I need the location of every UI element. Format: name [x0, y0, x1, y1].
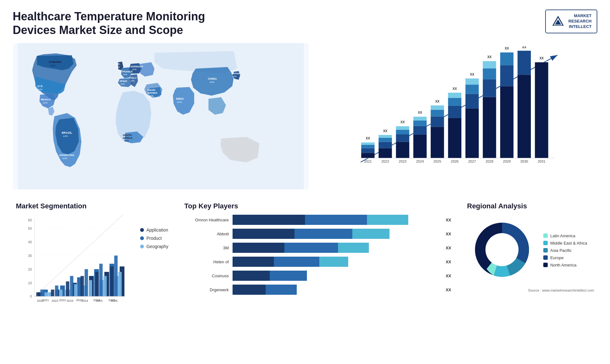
page-header: Healthcare Temperature Monitoring Device… [13, 10, 597, 37]
svg-text:CHINA: CHINA [208, 77, 217, 80]
svg-text:U.K.: U.K. [115, 63, 120, 65]
svg-rect-43 [379, 148, 392, 158]
player-row: Helen of XX [184, 257, 451, 267]
svg-text:xx%: xx% [120, 83, 125, 85]
logo-text: MARKET RESEARCH INTELLECT [568, 13, 592, 30]
svg-text:SPAIN: SPAIN [119, 80, 127, 83]
svg-text:20: 20 [28, 267, 32, 271]
legend-application: Application [140, 227, 168, 233]
bar-seg3 [319, 257, 348, 267]
svg-text:2022: 2022 [51, 299, 58, 303]
svg-text:ARGENTINA: ARGENTINA [59, 154, 74, 157]
svg-rect-39 [361, 148, 375, 153]
bar-seg2 [274, 257, 319, 267]
player-bar [233, 271, 439, 281]
svg-rect-142 [66, 281, 69, 296]
bar-seg1 [233, 257, 274, 267]
svg-rect-139 [51, 290, 54, 296]
player-row: Cosinuss XX [184, 271, 451, 281]
page-title: Healthcare Temperature Monitoring Device… [13, 10, 251, 37]
svg-text:XX: XX [487, 56, 492, 59]
svg-rect-138 [44, 293, 48, 297]
application-label: Application [146, 227, 168, 233]
svg-text:2030: 2030 [520, 160, 528, 164]
svg-text:xx%: xx% [43, 101, 47, 104]
svg-text:XX: XX [539, 57, 544, 60]
svg-rect-152 [114, 256, 118, 297]
europe-dot [543, 255, 548, 260]
svg-rect-85 [535, 62, 548, 158]
player-name: 3M [184, 246, 229, 250]
donut-svg [467, 215, 537, 285]
svg-text:2029: 2029 [503, 160, 511, 164]
svg-text:xx%: xx% [177, 101, 182, 104]
svg-text:xx%: xx% [50, 64, 55, 67]
svg-rect-76 [483, 61, 496, 69]
svg-rect-80 [500, 53, 514, 65]
bar-seg3 [338, 243, 369, 253]
svg-text:U.S.: U.S. [37, 84, 43, 88]
geography-dot [140, 245, 144, 248]
svg-rect-148 [95, 272, 99, 296]
svg-text:MEXICO: MEXICO [41, 98, 51, 101]
svg-rect-65 [448, 98, 462, 106]
bar-seg3 [352, 229, 390, 239]
svg-text:XX: XX [470, 73, 475, 76]
svg-rect-64 [448, 106, 462, 118]
svg-rect-59 [431, 117, 444, 127]
bar-seg1 [233, 243, 284, 253]
players-section: Top Key Players Omron Healthcare XX Abbo… [178, 199, 458, 320]
svg-text:2022: 2022 [59, 299, 66, 302]
bar-seg2 [295, 229, 352, 239]
svg-text:XX: XX [366, 137, 370, 140]
svg-rect-147 [89, 280, 92, 296]
svg-rect-38 [361, 153, 375, 158]
latin-america-label: Latin America [550, 233, 575, 238]
svg-rect-54 [413, 126, 427, 135]
player-row: Abbott XX [184, 229, 451, 239]
svg-rect-140 [55, 286, 58, 296]
svg-text:40: 40 [28, 240, 32, 244]
bar-seg2 [305, 215, 367, 225]
player-name: Abbott [184, 232, 229, 236]
donut-chart [467, 215, 537, 286]
svg-text:2022: 2022 [382, 160, 389, 164]
svg-rect-82 [518, 75, 531, 158]
svg-rect-78 [500, 86, 514, 158]
svg-rect-75 [483, 69, 496, 80]
bottom-row: Market Segmentation 0 10 20 3 [13, 199, 597, 320]
svg-text:60: 60 [28, 219, 32, 222]
logo: MARKET RESEARCH INTELLECT [545, 10, 597, 33]
bar-seg2 [266, 285, 297, 295]
legend-europe: Europe [543, 255, 587, 260]
svg-text:SAUDI: SAUDI [147, 89, 155, 91]
bar-seg1 [233, 271, 270, 281]
segmentation-content: 0 10 20 30 40 50 60 2021 [16, 215, 168, 310]
player-name: Cosinuss [184, 273, 229, 278]
top-row: CANADA xx% U.S. xx% MEXICO xx% BRAZIL xx… [13, 43, 597, 189]
svg-text:FRANCE: FRANCE [122, 70, 133, 73]
asia-pacific-dot [543, 248, 548, 253]
svg-rect-53 [413, 135, 427, 158]
svg-text:xx%: xx% [232, 75, 236, 78]
svg-rect-66 [448, 93, 462, 98]
legend-latin-america: Latin America [543, 233, 587, 238]
player-bar [233, 257, 439, 267]
svg-text:2027: 2027 [468, 160, 476, 164]
regional-title: Regional Analysis [467, 202, 594, 210]
svg-rect-56 [413, 117, 427, 121]
geography-label: Geography [146, 244, 168, 249]
svg-text:GERMANY: GERMANY [130, 65, 144, 68]
source-text: Source : www.marketresearchintellect.com [467, 288, 594, 292]
product-label: Product [146, 236, 162, 241]
player-value: XX [446, 287, 451, 292]
player-bar [233, 215, 439, 225]
svg-rect-40 [361, 145, 375, 148]
svg-rect-149 [99, 264, 103, 297]
bar-seg2 [284, 243, 338, 253]
player-value: XX [446, 218, 451, 222]
svg-rect-63 [448, 118, 462, 158]
bar-chart-svg: XX XX XX XX [322, 46, 591, 177]
svg-text:AFRICA: AFRICA [123, 137, 132, 139]
svg-rect-143 [70, 276, 73, 296]
